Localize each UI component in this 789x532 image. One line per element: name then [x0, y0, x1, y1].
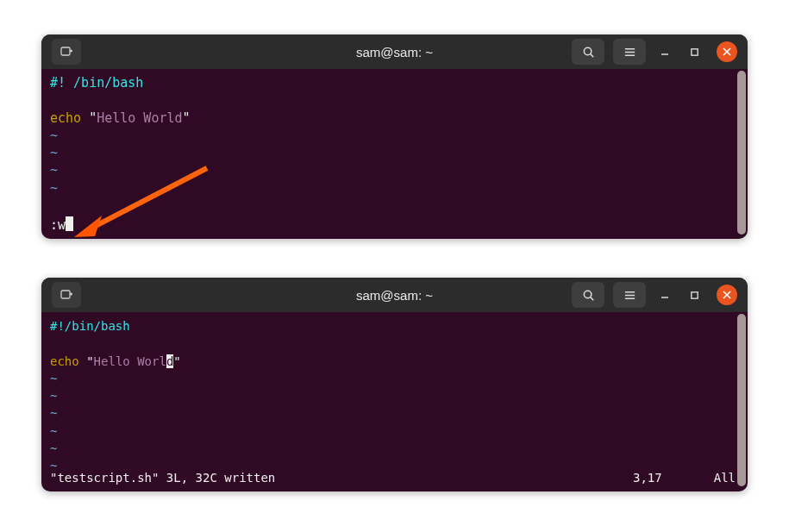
svg-rect-9	[691, 48, 697, 54]
cmd-text: w	[58, 216, 66, 234]
minimize-icon	[660, 290, 670, 300]
titlebar[interactable]: sam@sam: ~	[41, 278, 748, 312]
hamburger-icon	[623, 46, 636, 59]
code-line-blank	[50, 335, 739, 352]
scrollbar[interactable]	[737, 314, 746, 490]
hamburger-menu-button[interactable]	[613, 39, 646, 65]
svg-point-17	[584, 291, 591, 297]
search-button[interactable]	[572, 282, 604, 308]
svg-rect-14	[61, 291, 70, 298]
right-controls	[572, 282, 741, 308]
hamburger-menu-button[interactable]	[613, 282, 646, 308]
status-message: "testscript.sh" 3L, 32C written	[50, 469, 275, 486]
cursor	[66, 216, 73, 231]
maximize-icon	[690, 47, 699, 57]
terminal-window-1: sam@sam: ~ #! /bin/bash	[41, 34, 748, 239]
search-icon	[582, 46, 595, 59]
new-tab-icon	[59, 45, 73, 59]
svg-line-4	[590, 53, 592, 56]
scrollbar-thumb[interactable]	[737, 71, 746, 235]
code-line-blank	[50, 91, 739, 109]
svg-rect-23	[691, 291, 697, 297]
close-button[interactable]	[717, 285, 737, 305]
new-tab-button[interactable]	[52, 39, 81, 65]
vim-tilde: ~	[50, 127, 739, 144]
vim-status-line: "testscript.sh" 3L, 32C written 3,17 All	[50, 469, 736, 486]
cmd-colon: :	[50, 216, 58, 234]
new-tab-icon	[59, 288, 73, 302]
titlebar[interactable]: sam@sam: ~	[41, 34, 748, 69]
terminal-content[interactable]: #! /bin/bash echo "Hello World" ~ ~ ~ ~ …	[41, 69, 748, 239]
svg-line-18	[590, 297, 592, 299]
scroll-percent: All	[714, 469, 736, 486]
minimize-button[interactable]	[654, 41, 675, 62]
maximize-button[interactable]	[684, 41, 704, 62]
search-icon	[582, 289, 595, 302]
vim-tilde: ~	[50, 440, 739, 457]
vim-tilde: ~	[50, 179, 739, 197]
vim-tilde: ~	[50, 161, 739, 178]
vim-tilde: ~	[50, 387, 739, 404]
vim-command-line[interactable]: :w	[50, 216, 736, 234]
svg-rect-0	[61, 47, 70, 55]
code-line-shebang: #! /bin/bash	[50, 74, 739, 91]
maximize-button[interactable]	[684, 285, 704, 305]
terminal-content[interactable]: #!/bin/bash echo "Hello World" ~ ~ ~ ~ ~…	[41, 312, 748, 491]
maximize-icon	[690, 291, 699, 300]
minimize-button[interactable]	[654, 285, 675, 305]
search-button[interactable]	[572, 39, 604, 65]
close-icon	[723, 47, 731, 56]
vim-tilde: ~	[50, 370, 739, 387]
code-line-echo: echo "Hello World"	[50, 353, 739, 370]
vim-tilde: ~	[50, 404, 739, 422]
vim-tilde: ~	[50, 422, 739, 440]
right-controls	[572, 39, 741, 65]
code-line-shebang: #!/bin/bash	[50, 317, 739, 335]
svg-point-3	[584, 47, 591, 54]
minimize-icon	[660, 47, 670, 57]
terminal-window-2: sam@sam: ~ #!/bin/bash	[41, 278, 748, 491]
close-icon	[723, 291, 731, 299]
close-button[interactable]	[717, 41, 737, 62]
cursor-position: 3,17	[633, 469, 662, 486]
vim-tilde: ~	[50, 144, 739, 161]
new-tab-button[interactable]	[52, 282, 81, 308]
code-line-echo: echo "Hello World"	[50, 110, 739, 127]
scrollbar[interactable]	[737, 71, 746, 237]
scrollbar-thumb[interactable]	[737, 314, 746, 486]
hamburger-icon	[623, 289, 636, 302]
